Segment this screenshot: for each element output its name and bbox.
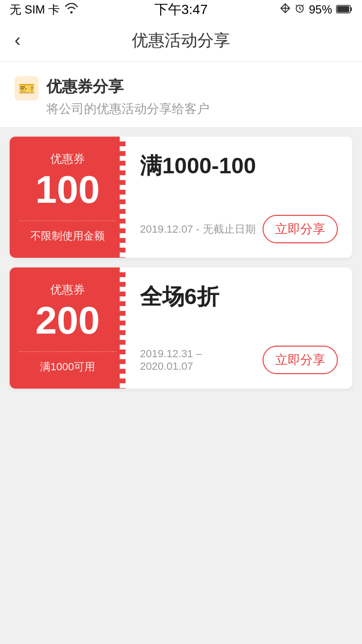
coupon-condition-1: 不限制使用金额 [30,229,105,243]
section-title: 优惠券分享 [46,76,209,98]
carrier-text: 无 SIM 卡 [10,2,60,17]
coupon-name-1: 满1000-100 [140,151,338,181]
coupon-left-2: 优惠券 200 满1000可用 [10,267,125,389]
back-button[interactable]: ‹ [14,30,21,51]
coupon-label-2: 优惠券 [50,282,85,297]
status-bar: 无 SIM 卡 下午3:47 95% [0,0,362,19]
wifi-icon [65,3,78,16]
empty-area [0,398,362,640]
coupon-right-2: 全场6折 2019.12.31 – 2020.01.07 立即分享 [125,267,352,389]
coupon-card-2: 优惠券 200 满1000可用 全场6折 2019.12.31 – 2020.0… [10,267,352,389]
battery-icon [336,3,352,16]
coupon-date-2: 2019.12.31 – 2020.01.07 [140,348,258,373]
section-subtitle: 将公司的优惠活动分享给客户 [46,100,209,117]
svg-rect-3 [337,6,349,13]
coupon-value-2: 200 [35,301,99,340]
battery-text: 95% [309,3,332,16]
coupon-bottom-row-1: 2019.12.07 - 无截止日期 立即分享 [140,215,338,243]
coupon-left-1: 优惠券 100 不限制使用金额 [10,137,125,258]
coupon-date-1: 2019.12.07 - 无截止日期 [140,222,258,237]
coupon-value-1: 100 [35,170,99,209]
section-icon: 🎫 [14,76,39,100]
location-icon [280,3,291,16]
coupon-bottom-row-2: 2019.12.31 – 2020.01.07 立即分享 [140,346,338,374]
coupon-label-1: 优惠券 [50,151,85,167]
svg-rect-2 [350,7,352,11]
share-button-2[interactable]: 立即分享 [263,346,338,374]
section-header: 🎫 优惠券分享 将公司的优惠活动分享给客户 [0,62,362,127]
status-right: 95% [280,3,352,16]
coupon-name-2: 全场6折 [140,282,338,312]
nav-bar: ‹ 优惠活动分享 [0,19,362,62]
alarm-icon [294,3,305,16]
status-time: 下午3:47 [154,0,208,19]
coupon-right-1: 满1000-100 2019.12.07 - 无截止日期 立即分享 [125,137,352,258]
section-text-wrap: 优惠券分享 将公司的优惠活动分享给客户 [46,76,209,117]
status-left: 无 SIM 卡 [10,2,78,17]
coupon-list: 优惠券 100 不限制使用金额 满1000-100 2019.12.07 - 无… [0,137,362,389]
nav-title: 优惠活动分享 [132,29,230,52]
coupon-condition-2: 满1000可用 [40,360,96,374]
share-button-1[interactable]: 立即分享 [263,215,338,243]
coupon-card: 优惠券 100 不限制使用金额 满1000-100 2019.12.07 - 无… [10,137,352,258]
